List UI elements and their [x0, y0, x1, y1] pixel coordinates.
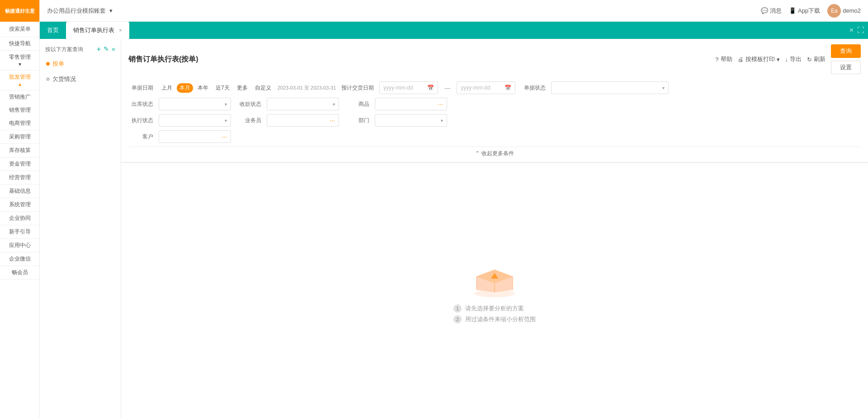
sidebar-item-newbie[interactable]: 新手引导: [0, 225, 39, 239]
help-icon: ?: [715, 56, 718, 63]
help-label: 帮助: [721, 55, 732, 63]
date-range-display: 2023-03-01 至 2023-03-31: [278, 85, 336, 91]
empty-illustration: [467, 258, 522, 299]
tab-home[interactable]: 首页: [40, 22, 66, 39]
dept-label: 部门: [344, 117, 369, 124]
outbound-status-select[interactable]: ▾: [159, 98, 231, 110]
sidebar: 畅捷通好生意 搜索菜单 快捷导航 零售管理 ▾ 批发管理 ▴ 营销推广 销售管理…: [0, 0, 40, 418]
refresh-button[interactable]: ↻ 刷新: [807, 55, 826, 63]
wholesale-submenu: 营销推广 销售管理: [0, 90, 39, 117]
tab-sales-order-exec[interactable]: 销售订单执行表 ×: [66, 22, 129, 39]
sidebar-item-enterprise[interactable]: 企业协同: [0, 212, 39, 225]
add-scheme-icon[interactable]: +: [97, 45, 101, 53]
retail-label: 零售管理: [9, 53, 31, 61]
sidebar-search[interactable]: 搜索菜单: [0, 22, 39, 37]
sidebar-item-purchase[interactable]: 采购管理: [0, 130, 39, 144]
scheme-item-by-order[interactable]: 按单: [40, 56, 121, 71]
salesperson-select[interactable]: ···: [267, 114, 339, 127]
sidebar-item-inventory[interactable]: 库存核算: [0, 144, 39, 157]
close-window-icon[interactable]: ×: [849, 26, 854, 34]
left-panel-actions: + ✎ «: [97, 45, 115, 53]
refresh-icon: ↻: [807, 56, 812, 63]
filter-row-2: 出库状态 ▾ 收款状态 ▾ 商品 ···: [128, 98, 861, 110]
collapse-filters-button[interactable]: ⌃ 收起更多条件: [128, 147, 861, 160]
empty-hint-2: 2 用过滤条件来缩小分析范围: [453, 315, 536, 323]
export-label: 导出: [790, 55, 802, 63]
date-tab-this-month[interactable]: 本月: [177, 83, 193, 93]
date-tab-this-year[interactable]: 本年: [195, 83, 211, 93]
doc-status-select[interactable]: ▾: [551, 81, 669, 94]
goods-select[interactable]: ···: [375, 98, 447, 110]
filter-row-3: 执行状态 ▾ 业务员 ··· 部门 ▾: [128, 114, 861, 127]
sidebar-item-wechat[interactable]: 企业微信: [0, 252, 39, 266]
salesperson-more-icon[interactable]: ···: [330, 117, 335, 124]
expected-date-start-placeholder: yyyy-mm-dd: [383, 85, 413, 91]
empty-hint-1: 1 请先选择要分析的方案: [453, 304, 536, 313]
print-arrow-icon: ▾: [777, 56, 780, 63]
dept-select[interactable]: ▾: [375, 114, 447, 127]
date-tab-last-month[interactable]: 上月: [159, 83, 175, 93]
goods-label: 商品: [344, 100, 369, 108]
wholesale-arrow-icon: ▴: [19, 81, 21, 87]
goods-more-icon[interactable]: ···: [438, 100, 443, 108]
expand-window-icon[interactable]: ⛶: [857, 26, 864, 34]
page-header: 销售订单执行表(按单) ? 帮助 🖨 按模板打印 ▾ ↓ 导出: [121, 39, 868, 78]
sidebar-item-operation[interactable]: 经营管理: [0, 171, 39, 185]
sidebar-item-wholesale[interactable]: 批发管理 ▴: [0, 71, 39, 90]
sidebar-item-ecommerce[interactable]: 电商管理: [0, 117, 39, 130]
sidebar-item-finance[interactable]: 资金管理: [0, 157, 39, 171]
topbar: 办公用品行业模拟账套 ▾ 💬 消息 📱 App下载 Ea demo2: [40, 0, 868, 22]
app-download-label: App下载: [798, 7, 820, 15]
receipt-status-select[interactable]: ▾: [267, 98, 339, 110]
refresh-label: 刷新: [814, 55, 826, 63]
data-area: 1 请先选择要分析的方案 2 用过滤条件来缩小分析范围: [121, 163, 868, 418]
main-area: 办公用品行业模拟账套 ▾ 💬 消息 📱 App下载 Ea demo2 首页 销售…: [40, 0, 868, 418]
left-panel-header: 按以下方案查询 + ✎ «: [40, 43, 121, 56]
empty-state: 1 请先选择要分析的方案 2 用过滤条件来缩小分析范围: [453, 258, 536, 323]
active-scheme-dot: [46, 62, 50, 66]
calendar-end-icon[interactable]: 📅: [505, 85, 511, 91]
scheme-by-debt-label: 欠货情况: [52, 75, 76, 83]
tab-close-icon[interactable]: ×: [119, 27, 122, 33]
breadcrumb-title: 办公用品行业模拟账套: [47, 7, 106, 15]
filter-area: 单据日期 上月 本月 本年 近7天 更多 自定义 2023-03-01 至 20…: [121, 78, 868, 162]
tabbar-window-controls: × ⛶: [849, 22, 868, 39]
sidebar-item-system[interactable]: 系统管理: [0, 198, 39, 212]
expected-date-end-placeholder: yyyy-mm-dd: [461, 85, 490, 91]
settings-button[interactable]: 设置: [831, 61, 861, 74]
export-button[interactable]: ↓ 导出: [785, 55, 802, 63]
date-tab-custom[interactable]: 自定义: [252, 83, 274, 93]
date-tabs: 上月 本月 本年 近7天 更多 自定义 2023-03-01 至 2023-03…: [159, 83, 336, 93]
sidebar-item-basic[interactable]: 基础信息: [0, 185, 39, 198]
expected-date-start-input[interactable]: yyyy-mm-dd 📅: [379, 81, 438, 94]
avatar: Ea: [827, 4, 841, 18]
app-download-button[interactable]: 📱 App下载: [789, 7, 820, 15]
customer-label: 客户: [128, 133, 153, 141]
exec-status-select[interactable]: ▾: [159, 114, 231, 127]
date-tab-last-7-days[interactable]: 近7天: [213, 83, 232, 93]
sidebar-item-vip[interactable]: 畅会员: [0, 266, 39, 280]
template-print-button[interactable]: 🖨 按模板打印 ▾: [738, 55, 780, 63]
date-tab-more[interactable]: 更多: [234, 83, 250, 93]
inactive-scheme-dot: [46, 77, 50, 81]
hint-text-1: 请先选择要分析的方案: [465, 304, 524, 313]
message-button[interactable]: 💬 消息: [761, 7, 782, 15]
sidebar-item-retail[interactable]: 零售管理 ▾: [0, 51, 39, 71]
help-button[interactable]: ? 帮助: [715, 55, 732, 63]
customer-more-icon[interactable]: ···: [222, 133, 227, 140]
scheme-item-by-debt[interactable]: 欠货情况: [40, 71, 121, 87]
calendar-start-icon[interactable]: 📅: [427, 85, 434, 91]
search-button[interactable]: 查询: [831, 44, 861, 58]
doc-status-chevron-icon: ▾: [662, 86, 665, 90]
customer-select[interactable]: ···: [159, 130, 231, 143]
sidebar-item-apps[interactable]: 应用中心: [0, 239, 39, 252]
user-profile[interactable]: Ea demo2: [827, 4, 861, 18]
sidebar-item-marketing[interactable]: 营销推广: [0, 90, 39, 104]
expected-date-end-input[interactable]: yyyy-mm-dd 📅: [457, 81, 515, 94]
edit-scheme-icon[interactable]: ✎: [104, 45, 109, 53]
sidebar-item-quick-nav[interactable]: 快捷导航: [0, 37, 39, 51]
breadcrumb-arrow-icon[interactable]: ▾: [109, 7, 113, 14]
doc-status-label: 单据状态: [521, 84, 546, 92]
sidebar-item-sales[interactable]: 销售管理: [0, 104, 39, 117]
collapse-panel-icon[interactable]: «: [112, 45, 115, 53]
